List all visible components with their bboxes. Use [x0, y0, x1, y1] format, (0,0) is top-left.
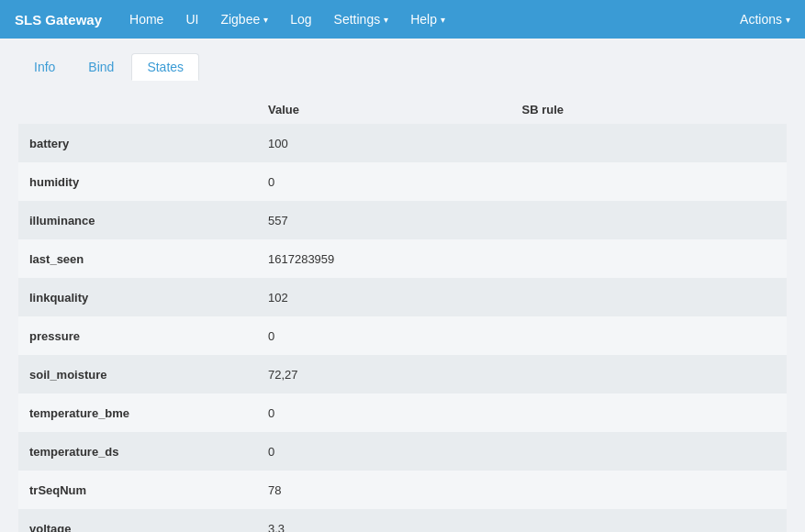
- table-row: battery100: [18, 124, 787, 162]
- actions-button[interactable]: Actions ▾: [740, 12, 790, 27]
- nav-settings[interactable]: Settings ▾: [325, 6, 398, 32]
- col-key-header: [29, 103, 268, 116]
- tabs: Info Bind States: [18, 53, 787, 81]
- row-value: 0: [268, 445, 522, 459]
- row-key: soil_moisture: [29, 368, 268, 382]
- row-value: 0: [268, 406, 522, 420]
- nav-log[interactable]: Log: [281, 6, 320, 32]
- nav-zigbee[interactable]: Zigbee ▾: [211, 6, 277, 32]
- table-row: humidity0: [18, 162, 787, 201]
- row-key: linkquality: [29, 291, 268, 305]
- row-key: pressure: [29, 329, 268, 343]
- help-dropdown-icon: ▾: [441, 15, 445, 25]
- table-row: temperature_ds0: [18, 432, 787, 471]
- table-row: last_seen1617283959: [18, 239, 787, 278]
- row-value: 1617283959: [268, 252, 522, 266]
- table-rows: battery100humidity0illuminance557last_se…: [18, 124, 787, 532]
- table-row: pressure0: [18, 316, 787, 355]
- tab-bind[interactable]: Bind: [73, 53, 129, 81]
- row-key: temperature_bme: [29, 406, 268, 420]
- row-key: last_seen: [29, 252, 268, 266]
- row-value: 0: [268, 175, 522, 189]
- main-content: Info Bind States Value SB rule battery10…: [0, 39, 805, 532]
- col-value-header: Value: [268, 103, 522, 116]
- row-value: 78: [268, 483, 522, 497]
- table-row: temperature_bme0: [18, 393, 787, 432]
- row-value: 0: [268, 329, 522, 343]
- app-brand[interactable]: SLS Gateway: [15, 12, 102, 28]
- table-header: Value SB rule: [18, 95, 787, 124]
- table-row: soil_moisture72,27: [18, 355, 787, 393]
- row-key: temperature_ds: [29, 445, 268, 459]
- navbar: SLS Gateway Home UI Zigbee ▾ Log Setting…: [0, 0, 805, 39]
- settings-dropdown-icon: ▾: [384, 15, 388, 25]
- actions-dropdown-icon: ▾: [786, 15, 790, 25]
- row-value: 100: [268, 137, 522, 150]
- tab-info[interactable]: Info: [18, 53, 71, 81]
- nav-help[interactable]: Help ▾: [401, 6, 454, 32]
- table-row: linkquality102: [18, 278, 787, 316]
- row-value: 557: [268, 214, 522, 227]
- col-sbrule-header: SB rule: [522, 103, 777, 116]
- table-row: illuminance557: [18, 201, 787, 239]
- row-key: voltage: [29, 522, 268, 533]
- row-value: 102: [268, 291, 522, 305]
- nav-ui[interactable]: UI: [176, 6, 207, 32]
- row-value: 3,3: [268, 522, 522, 533]
- row-key: humidity: [29, 175, 268, 189]
- nav-items: Home UI Zigbee ▾ Log Settings ▾ Help ▾: [120, 6, 740, 32]
- zigbee-dropdown-icon: ▾: [263, 15, 268, 25]
- states-table: Value SB rule battery100humidity0illumin…: [18, 95, 787, 532]
- table-row: voltage3,3: [18, 509, 787, 532]
- nav-home[interactable]: Home: [120, 6, 173, 32]
- row-key: trSeqNum: [29, 483, 268, 497]
- table-row: trSeqNum78: [18, 471, 787, 509]
- row-key: illuminance: [29, 214, 268, 227]
- row-key: battery: [29, 137, 268, 150]
- tab-states[interactable]: States: [131, 53, 199, 81]
- row-value: 72,27: [268, 368, 522, 382]
